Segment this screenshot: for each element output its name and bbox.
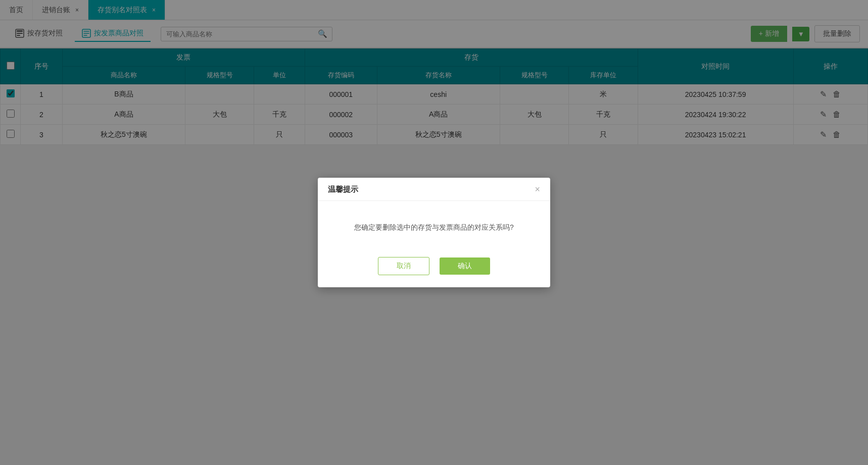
modal-overlay: 温馨提示 × 您确定要删除选中的存货与发票商品的对应关系吗? 取消 确认	[0, 0, 868, 145]
